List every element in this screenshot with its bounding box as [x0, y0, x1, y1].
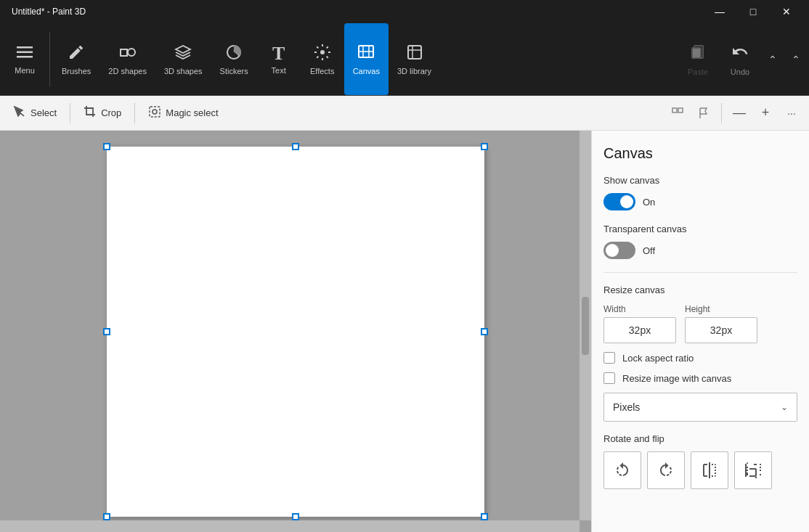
subtoolbar-sep-1: [70, 103, 70, 123]
handle-mid-right[interactable]: [481, 328, 488, 335]
select-icon: [13, 105, 26, 121]
brushes-label: Brushes: [62, 67, 91, 75]
toolbar-canvas[interactable]: Canvas: [344, 23, 389, 95]
toolbar-sep-1: [49, 32, 50, 86]
toolbar-menu[interactable]: Menu: [3, 23, 46, 95]
3d-library-label: 3D library: [397, 67, 431, 75]
close-button[interactable]: ✕: [770, 0, 803, 23]
show-canvas-toggle[interactable]: [603, 193, 635, 210]
subtoolbar-flag[interactable]: [692, 102, 715, 125]
handle-bot-left[interactable]: [103, 513, 110, 520]
svg-point-5: [320, 50, 325, 54]
panel-divider-1: [603, 272, 797, 273]
paste-icon: [689, 43, 707, 65]
scrollbar-thumb-v: [582, 297, 589, 355]
brushes-icon: [68, 44, 85, 64]
handle-top-right[interactable]: [481, 143, 488, 150]
subtoolbar: Select Crop Magic select — + ···: [0, 96, 809, 131]
subtoolbar-more[interactable]: ···: [780, 102, 803, 125]
menu-icon: [17, 44, 33, 63]
handle-mid-left[interactable]: [103, 328, 110, 335]
height-input-group: Height: [685, 304, 757, 343]
height-label: Height: [685, 304, 757, 314]
subtoolbar-zoom-in[interactable]: +: [754, 102, 777, 125]
toolbar-brushes[interactable]: Brushes: [53, 23, 99, 95]
toolbar-undo[interactable]: Undo: [720, 38, 760, 81]
svg-rect-3: [121, 49, 127, 56]
height-input[interactable]: [685, 317, 757, 343]
maximize-button[interactable]: □: [736, 0, 770, 23]
handle-top-left[interactable]: [103, 143, 110, 150]
rotate-right-button[interactable]: [647, 451, 685, 489]
subtoolbar-select[interactable]: Select: [6, 101, 64, 126]
2d-shapes-icon: [119, 44, 137, 64]
resize-image-label: Resize image with canvas: [622, 373, 731, 384]
lock-aspect-checkbox[interactable]: [603, 352, 615, 364]
crop-icon: [84, 105, 97, 121]
subtoolbar-sep-3: [721, 103, 722, 123]
undo-icon: [731, 43, 749, 65]
subtoolbar-right: — + ···: [666, 102, 803, 125]
transparent-canvas-toggle-row: Off: [603, 242, 797, 259]
subtoolbar-magic-select[interactable]: Magic select: [141, 101, 225, 126]
show-canvas-knob: [620, 195, 633, 208]
transparent-canvas-toggle[interactable]: [603, 242, 635, 259]
flip-vertical-button[interactable]: [734, 451, 772, 489]
lock-aspect-label: Lock aspect ratio: [622, 353, 694, 364]
toolbar-collapse[interactable]: ⌃: [786, 23, 806, 95]
minimize-button[interactable]: —: [703, 0, 736, 23]
rotate-buttons: [603, 451, 797, 489]
toolbar-stickers[interactable]: Stickers: [211, 23, 257, 95]
3d-library-icon: [406, 44, 423, 64]
toolbar-paste[interactable]: Paste: [678, 38, 717, 81]
subtoolbar-more-tools-1[interactable]: [666, 102, 689, 125]
show-canvas-toggle-row: On: [603, 193, 797, 210]
canvas-area[interactable]: [0, 131, 591, 532]
transparent-canvas-knob: [606, 244, 619, 257]
2d-shapes-label: 2D shapes: [108, 67, 147, 75]
toolbar-3d-library[interactable]: 3D library: [389, 23, 440, 95]
resize-canvas-label: Resize canvas: [603, 285, 797, 295]
panel-title: Canvas: [603, 145, 797, 162]
toolbar-effects[interactable]: Effects: [301, 23, 344, 95]
toolbar-text[interactable]: T Text: [257, 23, 301, 95]
toolbar-3d-shapes[interactable]: 3D shapes: [155, 23, 211, 95]
paste-label: Paste: [688, 67, 708, 76]
flip-horizontal-button[interactable]: [691, 451, 728, 489]
right-panel: Canvas Show canvas On Transparent canvas…: [591, 131, 809, 532]
handle-bot-center[interactable]: [292, 513, 299, 520]
width-input[interactable]: [603, 317, 676, 343]
svg-rect-12: [672, 108, 677, 112]
titlebar: Untitled* - Paint 3D — □ ✕: [0, 0, 809, 23]
toolbar-expand[interactable]: ⌃: [763, 23, 783, 95]
main-toolbar: Menu Brushes 2D shapes 3D shapes Sticker…: [0, 23, 809, 96]
magic-select-label: Magic select: [166, 107, 218, 118]
unit-dropdown[interactable]: Pixels ⌄: [603, 393, 797, 422]
canvas-label: Canvas: [353, 67, 380, 75]
handle-bot-right[interactable]: [481, 513, 488, 520]
toolbar-2d-shapes[interactable]: 2D shapes: [99, 23, 155, 95]
subtoolbar-crop[interactable]: Crop: [76, 101, 129, 126]
vertical-scrollbar[interactable]: [580, 131, 591, 520]
show-canvas-label: Show canvas: [603, 175, 797, 186]
subtoolbar-zoom-out[interactable]: —: [728, 102, 751, 125]
effects-icon: [314, 44, 331, 64]
svg-rect-9: [692, 48, 701, 58]
undo-label: Undo: [731, 67, 749, 76]
handle-top-center[interactable]: [292, 143, 299, 150]
stickers-icon: [225, 44, 243, 64]
stickers-label: Stickers: [220, 67, 248, 75]
transparent-canvas-label: Transparent canvas: [603, 224, 797, 234]
rotate-left-button[interactable]: [603, 451, 641, 489]
magic-select-icon: [148, 105, 161, 121]
svg-point-11: [153, 110, 157, 114]
subtoolbar-sep-2: [134, 103, 135, 123]
resize-image-checkbox[interactable]: [603, 372, 615, 384]
resize-image-row: Resize image with canvas: [603, 372, 797, 384]
width-label: Width: [603, 304, 676, 314]
svg-rect-2: [17, 56, 33, 58]
text-label: Text: [272, 66, 286, 75]
horizontal-scrollbar[interactable]: [0, 520, 580, 532]
menu-label: Menu: [15, 66, 35, 75]
lock-aspect-row: Lock aspect ratio: [603, 352, 797, 364]
